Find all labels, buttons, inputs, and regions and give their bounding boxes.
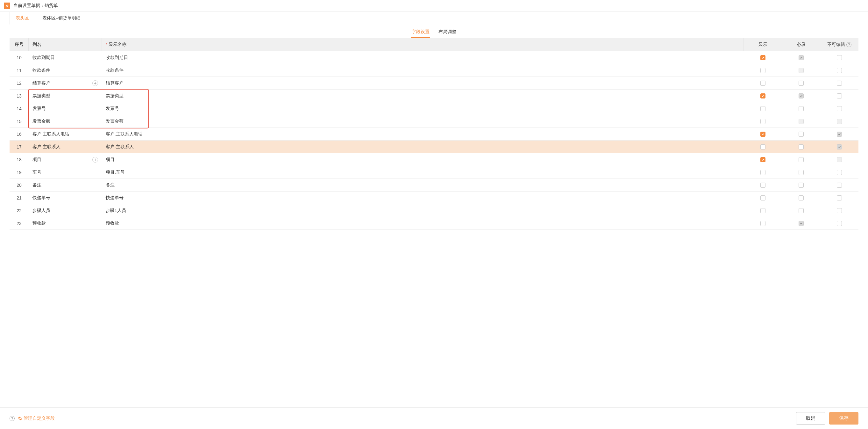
checkbox-required[interactable] (799, 144, 804, 149)
cell-readonly (820, 204, 859, 217)
checkbox-show[interactable] (761, 195, 766, 200)
cell-required (782, 204, 820, 217)
cell-required (782, 179, 820, 191)
cell-required (782, 51, 820, 64)
cell-col-name: 快递单号 (29, 192, 102, 204)
add-child-button[interactable]: + (92, 80, 98, 86)
checkbox-required[interactable] (799, 157, 804, 162)
checkbox-show[interactable] (761, 81, 766, 86)
cell-show (744, 115, 782, 127)
checkbox-required[interactable] (799, 132, 804, 137)
col-header-required: 必录 (782, 38, 820, 51)
checkbox-readonly[interactable] (837, 182, 842, 188)
checkbox-required[interactable] (799, 182, 804, 188)
checkbox-show[interactable] (761, 157, 766, 162)
cell-required (782, 102, 820, 115)
checkbox-readonly[interactable] (837, 93, 842, 98)
checkbox-show[interactable] (761, 182, 766, 188)
checkbox-readonly[interactable] (837, 106, 842, 111)
cell-display-name[interactable]: 客户.主联系人 (102, 141, 744, 153)
cell-col-name: 发票金额 (29, 115, 102, 127)
cell-display-name[interactable]: 步骤1人员 (102, 204, 744, 217)
cell-seq: 16 (9, 128, 29, 140)
cell-seq: 15 (9, 115, 29, 127)
cell-display-name[interactable]: 发票金额 (102, 115, 744, 127)
help-icon[interactable]: ? (9, 416, 14, 421)
cell-col-name: 车号 (29, 166, 102, 178)
cell-required (782, 217, 820, 229)
cell-display-name[interactable]: 备注 (102, 179, 744, 191)
cell-show (744, 153, 782, 166)
cell-display-name[interactable]: 项目 (102, 153, 744, 166)
col-header-display: *显示名称 (102, 38, 744, 51)
cell-display-name[interactable]: 结算客户 (102, 77, 744, 89)
save-button[interactable]: 保存 (829, 412, 859, 425)
cell-display-name[interactable]: 客户.主联系人电话 (102, 128, 744, 140)
checkbox-readonly[interactable] (837, 208, 842, 213)
checkbox-required[interactable] (799, 170, 804, 175)
manage-custom-fields-link[interactable]: 管理自定义字段 (18, 416, 55, 421)
checkbox-show[interactable] (761, 208, 766, 213)
checkbox-show[interactable] (761, 106, 766, 111)
table-row: 16客户.主联系人电话客户.主联系人电话 (9, 128, 859, 141)
checkbox-required[interactable] (799, 195, 804, 200)
cell-col-name: 预收款 (29, 217, 102, 229)
add-child-button[interactable]: + (92, 157, 98, 163)
cell-col-name: 备注 (29, 179, 102, 191)
checkbox-required[interactable] (799, 81, 804, 86)
cancel-button[interactable]: 取消 (796, 412, 825, 425)
checkbox-show[interactable] (761, 170, 766, 175)
col-header-seq: 序号 (9, 38, 29, 51)
checkbox-show[interactable] (761, 132, 766, 137)
gear-icon (18, 416, 22, 421)
checkbox-readonly[interactable] (837, 195, 842, 200)
cell-display-name[interactable]: 收款到期日 (102, 51, 744, 64)
cell-readonly (820, 217, 859, 229)
cell-display-name[interactable]: 项目.车号 (102, 166, 744, 178)
cell-required (782, 128, 820, 140)
cell-show (744, 204, 782, 217)
checkbox-required (799, 68, 804, 73)
cell-show (744, 217, 782, 229)
cell-display-name[interactable]: 票据类型 (102, 90, 744, 102)
table-row: 14发票号发票号 (9, 102, 859, 115)
cell-seq: 20 (9, 179, 29, 191)
cell-readonly (820, 90, 859, 102)
cell-readonly (820, 64, 859, 77)
cell-col-name: 步骤人员 (29, 204, 102, 217)
checkbox-show[interactable] (761, 119, 766, 124)
checkbox-readonly[interactable] (837, 68, 842, 73)
checkbox-readonly[interactable] (837, 221, 842, 226)
table-row: 15发票金额发票金额 (9, 115, 859, 128)
tab-0[interactable]: 表头区 (9, 12, 35, 25)
cell-display-name[interactable]: 收款条件 (102, 64, 744, 77)
sub-tab-1[interactable]: 布局调整 (438, 29, 457, 38)
checkbox-readonly[interactable] (837, 55, 842, 60)
checkbox-required[interactable] (799, 208, 804, 213)
cell-readonly (820, 128, 859, 140)
cell-display-name[interactable]: 快递单号 (102, 192, 744, 204)
cell-show (744, 179, 782, 191)
cell-readonly (820, 166, 859, 178)
cell-col-name: 票据类型 (29, 90, 102, 102)
sub-tab-0[interactable]: 字段设置 (411, 29, 430, 38)
checkbox-show[interactable] (761, 93, 766, 98)
checkbox-show[interactable] (761, 68, 766, 73)
cell-seq: 13 (9, 90, 29, 102)
checkbox-show[interactable] (761, 55, 766, 60)
checkbox-readonly[interactable] (837, 170, 842, 175)
checkbox-show[interactable] (761, 144, 766, 149)
cell-required (782, 64, 820, 77)
checkbox-readonly[interactable] (837, 81, 842, 86)
tab-1[interactable]: 表体区–销货单明细 (36, 12, 87, 25)
checkbox-show[interactable] (761, 221, 766, 226)
cell-readonly (820, 179, 859, 191)
collapse-sidebar-button[interactable] (4, 3, 10, 9)
checkbox-required (799, 221, 804, 226)
cell-display-name[interactable]: 预收款 (102, 217, 744, 229)
cell-seq: 18 (9, 153, 29, 166)
checkbox-required[interactable] (799, 106, 804, 111)
cell-required (782, 141, 820, 153)
cell-display-name[interactable]: 发票号 (102, 102, 744, 115)
help-icon[interactable]: ? (846, 42, 851, 47)
